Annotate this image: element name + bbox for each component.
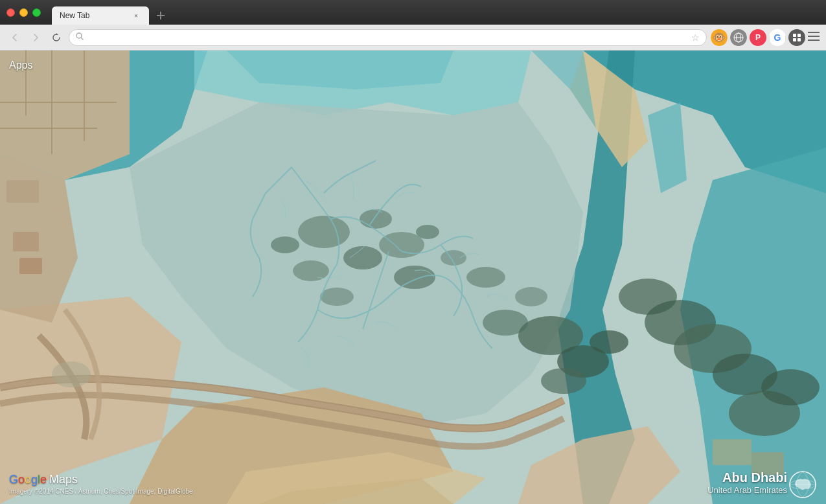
forward-button[interactable]: [27, 29, 44, 46]
new-tab-button[interactable]: [152, 6, 170, 25]
active-tab[interactable]: New Tab ×: [52, 6, 149, 25]
map-area[interactable]: Apps Google Maps Imagery ©2014 CNES / As…: [0, 51, 826, 504]
imagery-credit: Imagery ©2014 CNES / Astrium, Cnes/Spot …: [9, 488, 193, 495]
svg-point-37: [52, 361, 91, 387]
menu-button[interactable]: [808, 32, 820, 43]
svg-rect-1: [157, 15, 165, 16]
grammarly-icon: G: [769, 29, 786, 46]
svg-point-19: [360, 209, 392, 229]
google-maps-logo: Google Maps: [9, 473, 193, 487]
maximize-button[interactable]: [32, 8, 41, 17]
address-input[interactable]: [87, 32, 687, 42]
svg-rect-10: [793, 38, 796, 41]
location-info: Abu Dhabi United Arab Emirates: [707, 470, 787, 495]
svg-rect-9: [797, 34, 801, 37]
tab-title: New Tab: [60, 11, 126, 20]
tab-bar: New Tab ×: [52, 0, 170, 25]
map-background: Apps Google Maps Imagery ©2014 CNES / As…: [0, 51, 826, 504]
google-text: Google: [9, 473, 47, 487]
svg-rect-35: [19, 258, 42, 274]
svg-point-28: [515, 287, 547, 306]
svg-point-47: [761, 369, 820, 406]
pocket-extension[interactable]: P: [750, 29, 766, 46]
maps-text: Maps: [49, 473, 78, 487]
globe-icon: [730, 29, 747, 46]
svg-rect-11: [797, 38, 801, 41]
svg-rect-36: [6, 180, 39, 203]
svg-point-21: [394, 266, 435, 289]
minimize-button[interactable]: [19, 8, 28, 17]
maps-branding: Google Maps Imagery ©2014 CNES / Astrium…: [9, 473, 193, 495]
toolbar: ☆ 🐵 P G: [0, 25, 826, 51]
reload-button[interactable]: [48, 29, 65, 46]
svg-point-17: [343, 246, 382, 269]
svg-rect-34: [13, 232, 39, 251]
back-button[interactable]: [6, 29, 23, 46]
svg-point-41: [590, 330, 628, 354]
tab-close-button[interactable]: ×: [131, 10, 141, 21]
map-svg: [0, 51, 826, 504]
location-name: Abu Dhabi: [707, 470, 787, 485]
close-button[interactable]: [6, 8, 15, 17]
grammarly-extension[interactable]: G: [769, 29, 786, 46]
bookmark-icon[interactable]: ☆: [691, 32, 700, 43]
search-icon: [76, 32, 84, 42]
pocket-icon: P: [750, 29, 766, 46]
location-country: United Arab Emirates: [707, 485, 787, 495]
svg-rect-8: [793, 34, 796, 37]
svg-point-24: [320, 288, 354, 306]
svg-rect-48: [713, 439, 751, 465]
svg-marker-2: [56, 33, 58, 35]
apps-label[interactable]: Apps: [9, 60, 32, 71]
svg-point-25: [416, 225, 439, 239]
svg-line-4: [81, 38, 83, 40]
svg-point-23: [271, 236, 299, 253]
square-extension[interactable]: [788, 29, 805, 46]
globe-extension[interactable]: [730, 29, 747, 46]
square-icon: [788, 29, 805, 46]
address-bar[interactable]: ☆: [69, 29, 707, 46]
emoji-icon: 🐵: [711, 29, 728, 46]
globe-icon-corner: [788, 470, 817, 499]
svg-point-26: [466, 267, 505, 288]
svg-point-40: [541, 368, 586, 394]
traffic-lights: [6, 8, 41, 17]
extensions-area: 🐵 P G: [711, 29, 820, 46]
emoji-extension[interactable]: 🐵: [711, 29, 728, 46]
titlebar: New Tab ×: [0, 0, 826, 25]
svg-point-16: [298, 216, 350, 248]
